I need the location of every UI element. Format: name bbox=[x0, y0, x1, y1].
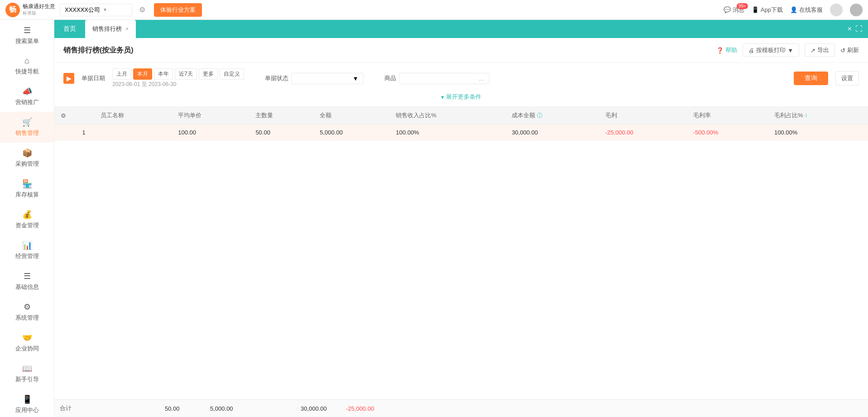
content-area: 首页 销售排行榜 × × ⛶ 销售排行榜(按业务员) ❓ 帮助 bbox=[54, 20, 868, 417]
refresh-button[interactable]: ↺ 刷新 bbox=[840, 46, 859, 54]
setting-button[interactable]: 设置 bbox=[835, 71, 859, 86]
sidebar-label-search: 搜索菜单 bbox=[15, 37, 39, 45]
service-icon: 👤 bbox=[790, 6, 797, 13]
date-btn-last-month[interactable]: 上月 bbox=[112, 68, 131, 80]
sidebar-item-operation[interactable]: 📊 经营管理 bbox=[0, 235, 54, 266]
status-select[interactable]: ▼ bbox=[291, 73, 364, 84]
date-btn-custom[interactable]: 自定义 bbox=[220, 68, 244, 80]
goods-filter: 商品 … bbox=[384, 73, 489, 84]
tab-home[interactable]: 首页 bbox=[54, 20, 85, 38]
online-service-label: 在线客服 bbox=[799, 6, 823, 14]
date-buttons: 上月 本月 本年 近7天 更多 自定义 bbox=[112, 68, 244, 80]
operation-icon: 📊 bbox=[22, 240, 32, 250]
date-btn-7days[interactable]: 近7天 bbox=[175, 68, 197, 80]
table-header-row: ⚙ 员工名称 平均单价 主数量 全额 销售收入占比% 成本全额 ⓘ 毛利 毛利率… bbox=[54, 107, 868, 125]
date-btn-more[interactable]: 更多 bbox=[199, 68, 218, 80]
tab-sales-ranking[interactable]: 销售排行榜 × bbox=[85, 20, 136, 38]
date-filter-group: 上月 本月 本年 近7天 更多 自定义 2023-06-01 至 2023-06… bbox=[112, 68, 244, 88]
table-row: 1 100.00 50.00 5,000.00 100.00% 30,000.0… bbox=[54, 125, 868, 141]
cell-rank: 1 bbox=[72, 125, 95, 141]
user-name[interactable] bbox=[850, 4, 863, 16]
sidebar-label-marketing: 营销推广 bbox=[15, 98, 39, 106]
page-content: 销售排行榜(按业务员) ❓ 帮助 🖨 按模板打印 ▼ ↗ 导出 bbox=[54, 38, 868, 417]
date-filter-label: 单据日期 bbox=[82, 74, 105, 82]
system-icon: ⚙ bbox=[24, 302, 31, 312]
minimize-icon[interactable]: × bbox=[848, 25, 852, 33]
sidebar-label-sales: 销售管理 bbox=[15, 129, 39, 137]
refresh-label: 刷新 bbox=[847, 46, 859, 54]
main-layout: ☰ 搜索菜单 ⌂ 快捷导航 📣 营销推广 🛒 销售管理 📦 采购管理 🏪 库存核… bbox=[0, 20, 868, 417]
tab-bar: 首页 销售排行榜 × × ⛶ bbox=[54, 20, 868, 38]
filter-expand-arrow[interactable]: ▶ bbox=[63, 73, 74, 84]
chevron-down-icon: ▼ bbox=[103, 7, 107, 12]
company-selector[interactable]: XXXXXX公司 ▼ bbox=[60, 4, 132, 16]
message-nav[interactable]: 💬 消息 99+ bbox=[724, 6, 744, 14]
goods-label: 商品 bbox=[384, 74, 396, 82]
close-icon[interactable]: × bbox=[125, 26, 129, 32]
message-icon: 💬 bbox=[724, 6, 731, 13]
query-button[interactable]: 查询 bbox=[794, 72, 828, 85]
sidebar-item-purchase[interactable]: 📦 采购管理 bbox=[0, 143, 54, 173]
sidebar-item-finance[interactable]: 💰 资金管理 bbox=[0, 204, 54, 235]
page-actions: ❓ 帮助 🖨 按模板打印 ▼ ↗ 导出 ↺ 刷新 bbox=[716, 43, 859, 57]
sidebar-label-system: 系统管理 bbox=[15, 314, 39, 322]
goods-input[interactable]: … bbox=[399, 73, 489, 84]
footer-main-qty: 50.00 bbox=[159, 405, 205, 412]
cell-profit: -25,000.00 bbox=[600, 125, 688, 141]
sidebar-item-quicknav[interactable]: ⌂ 快捷导航 bbox=[0, 51, 54, 81]
maximize-icon[interactable]: ⛶ bbox=[855, 25, 863, 33]
filter-area: ▶ 单据日期 上月 本月 本年 近7天 更多 自定义 2023-06-01 至 … bbox=[54, 63, 868, 107]
trial-button[interactable]: 体验行业方案 bbox=[154, 3, 202, 17]
expand-label: 展开更多条件 bbox=[446, 93, 481, 101]
col-settings[interactable]: ⚙ bbox=[54, 107, 72, 125]
help-label: 帮助 bbox=[725, 46, 737, 54]
cell-cost: 30,000.00 bbox=[506, 125, 599, 141]
sidebar-item-inventory[interactable]: 🏪 库存核算 bbox=[0, 173, 54, 204]
sidebar-item-guide[interactable]: 📖 新手引导 bbox=[0, 358, 54, 389]
basic-icon: ☰ bbox=[24, 271, 31, 281]
date-btn-this-year[interactable]: 本年 bbox=[154, 68, 173, 80]
footer-sales-pct bbox=[250, 405, 295, 412]
sidebar-item-search[interactable]: ☰ 搜索菜单 bbox=[0, 20, 54, 51]
col-profit-pct: 毛利占比% ↕ bbox=[769, 107, 868, 125]
export-icon: ↗ bbox=[810, 47, 815, 54]
table-wrapper: ⚙ 员工名称 平均单价 主数量 全额 销售收入占比% 成本全额 ⓘ 毛利 毛利率… bbox=[54, 107, 868, 399]
app-download-nav[interactable]: 📱 App下载 bbox=[752, 6, 783, 14]
settings-icon[interactable]: ⚙ bbox=[136, 4, 149, 16]
sidebar-item-appcenter[interactable]: 📱 应用中心 bbox=[0, 389, 54, 417]
footer-profit-pct bbox=[431, 405, 476, 412]
sidebar-item-marketing[interactable]: 📣 营销推广 bbox=[0, 81, 54, 112]
export-button[interactable]: ↗ 导出 bbox=[805, 43, 835, 57]
sidebar-item-cooperation[interactable]: 🤝 企业协同 bbox=[0, 327, 54, 358]
message-badge: 99+ bbox=[737, 3, 748, 9]
expand-more-btn[interactable]: ▾ 展开更多条件 bbox=[441, 93, 481, 101]
col-main-qty: 主数量 bbox=[250, 107, 314, 125]
col-profit-rate: 毛利率 bbox=[688, 107, 769, 125]
chevron-down-icon: ▾ bbox=[441, 94, 444, 101]
online-service-nav[interactable]: 👤 在线客服 bbox=[790, 6, 823, 14]
template-print-button[interactable]: 🖨 按模板打印 ▼ bbox=[743, 43, 799, 57]
col-name: 员工名称 bbox=[95, 107, 173, 125]
sidebar-label-appcenter: 应用中心 bbox=[15, 406, 39, 414]
col-cost: 成本全额 ⓘ bbox=[506, 107, 599, 125]
top-bar: 畅 畅康通好生意 标准版 XXXXXX公司 ▼ ⚙ 体验行业方案 💬 消息 99… bbox=[0, 0, 868, 20]
help-link[interactable]: ❓ 帮助 bbox=[716, 46, 737, 54]
sidebar-item-system[interactable]: ⚙ 系统管理 bbox=[0, 297, 54, 327]
data-table: ⚙ 员工名称 平均单价 主数量 全额 销售收入占比% 成本全额 ⓘ 毛利 毛利率… bbox=[54, 107, 868, 141]
more-dots-icon[interactable]: … bbox=[479, 75, 484, 82]
table-footer: 合计 50.00 5,000.00 30,000.00 -25,000.00 bbox=[54, 399, 868, 417]
sidebar-label-finance: 资金管理 bbox=[15, 221, 39, 230]
app-edition: 标准版 bbox=[23, 10, 55, 16]
filter-row-1: ▶ 单据日期 上月 本月 本年 近7天 更多 自定义 2023-06-01 至 … bbox=[63, 68, 859, 88]
avatar[interactable] bbox=[830, 4, 843, 16]
sidebar-item-basic[interactable]: ☰ 基础信息 bbox=[0, 266, 54, 297]
col-avg-price: 平均单价 bbox=[173, 107, 250, 125]
sidebar-item-sales[interactable]: 🛒 销售管理 bbox=[0, 112, 54, 143]
tab-actions: × ⛶ bbox=[848, 25, 868, 33]
date-range-display: 2023-06-01 至 2023-06-30 bbox=[112, 81, 244, 88]
expand-row: ▾ 展开更多条件 bbox=[63, 93, 859, 101]
app-download-label: App下载 bbox=[761, 6, 783, 14]
cell-avg-price: 100.00 bbox=[173, 125, 250, 141]
date-btn-this-month[interactable]: 本月 bbox=[133, 68, 152, 80]
footer-cells: 50.00 5,000.00 30,000.00 -25,000.00 bbox=[114, 405, 863, 412]
